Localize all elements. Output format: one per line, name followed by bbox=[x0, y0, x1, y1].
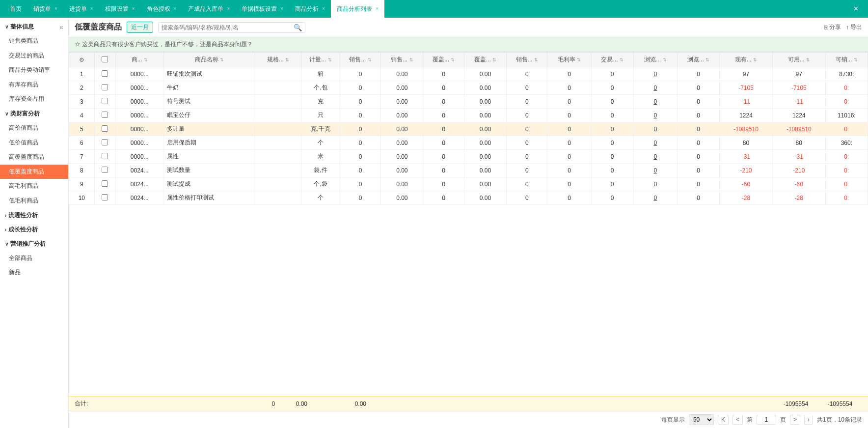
nav-product-analysis-list[interactable]: 商品分析列表 × bbox=[331, 0, 384, 18]
row-spec bbox=[255, 164, 301, 177]
row-cover1: 0 bbox=[423, 177, 464, 191]
row-browse1[interactable]: 0 bbox=[633, 81, 677, 95]
select-all-checkbox[interactable] bbox=[102, 56, 108, 62]
row-sales-amt: 0.00 bbox=[381, 177, 423, 191]
nav-close-purchase-order[interactable]: × bbox=[90, 0, 93, 18]
sidebar-item-all-goods[interactable]: 全部商品 bbox=[0, 251, 68, 266]
row-browse1[interactable]: 0 bbox=[633, 67, 677, 81]
sort-icon-16: ⇅ bbox=[854, 57, 858, 62]
nav-home[interactable]: 首页 bbox=[4, 0, 27, 18]
sidebar-item-new-goods[interactable]: 新品 bbox=[0, 265, 68, 280]
sidebar-growth-section[interactable]: › 成长性分析 bbox=[0, 223, 68, 237]
row-checkbox[interactable] bbox=[94, 164, 115, 177]
settings-icon[interactable]: ⚙ bbox=[79, 57, 84, 63]
first-page-button[interactable]: K bbox=[718, 415, 729, 425]
prev-page-button[interactable]: < bbox=[732, 415, 743, 425]
next-page-button[interactable]: > bbox=[790, 415, 800, 425]
row-idx: 7 bbox=[69, 150, 95, 164]
sidebar-item-sales-goods[interactable]: 销售类商品 bbox=[0, 34, 68, 49]
row-checkbox[interactable] bbox=[94, 150, 115, 164]
row-checkbox[interactable] bbox=[94, 191, 115, 205]
row-checkbox[interactable] bbox=[94, 177, 115, 191]
row-available-stock: -11 bbox=[772, 95, 825, 109]
nav-template-settings[interactable]: 单据模板设置 × bbox=[236, 0, 289, 18]
sidebar-item-low-value[interactable]: 低价值商品 bbox=[0, 136, 68, 150]
nav-close-product-analysis[interactable]: × bbox=[322, 0, 325, 18]
row-sales3: 0 bbox=[507, 122, 547, 136]
period-button[interactable]: 近一月 bbox=[127, 22, 153, 33]
nav-sales-order[interactable]: 销货单 × bbox=[27, 0, 63, 18]
sort-icon-4: ⇅ bbox=[328, 57, 332, 62]
row-browse1[interactable]: 0 bbox=[633, 95, 677, 109]
table-row: 5 0000... 多计量 克,千克 0 0.00 0 0.00 0 0 0 0… bbox=[69, 122, 868, 136]
data-table-container[interactable]: ⚙ 商... ⇅ 商品名称 ⇅ 规格... ⇅ bbox=[69, 52, 868, 396]
row-sales-qty: 0 bbox=[340, 164, 380, 177]
col-settings[interactable]: ⚙ bbox=[69, 53, 95, 67]
window-close-button[interactable]: × bbox=[848, 4, 864, 13]
row-browse1[interactable]: 0 bbox=[633, 136, 677, 150]
row-browse1[interactable]: 0 bbox=[633, 122, 677, 136]
sidebar-item-inventory-capital[interactable]: 库存资金占用 bbox=[0, 92, 68, 107]
sidebar-item-low-coverage[interactable]: 低覆盖度商品 bbox=[0, 165, 68, 179]
table-row: 6 0000... 启用保质期 个 0 0.00 0 0.00 0 0 0 0 … bbox=[69, 136, 868, 150]
sidebar-item-category-turnover[interactable]: 商品分类动销率 bbox=[0, 63, 68, 78]
sidebar-item-high-coverage[interactable]: 高覆盖度商品 bbox=[0, 150, 68, 165]
row-name: 眠宝公仔 bbox=[163, 109, 255, 122]
sidebar-marketing-section[interactable]: ∨ 营销推广分析 bbox=[0, 237, 68, 251]
nav-permission-settings[interactable]: 权限设置 × bbox=[99, 0, 141, 18]
nav-close-template[interactable]: × bbox=[280, 0, 283, 18]
sidebar-overall-section[interactable]: ∨ 整体信息 « bbox=[0, 20, 68, 34]
nav-product-analysis[interactable]: 商品分析 × bbox=[289, 0, 331, 18]
row-checkbox[interactable] bbox=[94, 81, 115, 95]
last-page-button[interactable]: › bbox=[804, 415, 813, 425]
row-browse1[interactable]: 0 bbox=[633, 191, 677, 205]
nav-close-permission[interactable]: × bbox=[132, 0, 135, 18]
sidebar-item-traded-goods[interactable]: 交易过的商品 bbox=[0, 49, 68, 63]
row-spec bbox=[255, 67, 301, 81]
row-code: 0000... bbox=[115, 67, 163, 81]
row-checkbox[interactable] bbox=[94, 136, 115, 150]
nav-close-sales-order[interactable]: × bbox=[54, 0, 57, 18]
nav-close-finished-goods[interactable]: × bbox=[227, 0, 230, 18]
row-browse1[interactable]: 0 bbox=[633, 164, 677, 177]
sidebar-collapse-icon[interactable]: « bbox=[59, 23, 63, 31]
sidebar-item-high-value[interactable]: 高价值商品 bbox=[0, 121, 68, 136]
row-sales3: 0 bbox=[507, 150, 547, 164]
nav-close-product-analysis-list[interactable]: × bbox=[376, 0, 379, 18]
sidebar-item-in-stock[interactable]: 有库存商品 bbox=[0, 78, 68, 92]
nav-close-role-auth[interactable]: × bbox=[174, 0, 177, 18]
row-checkbox[interactable] bbox=[94, 122, 115, 136]
row-cover1: 0 bbox=[423, 81, 464, 95]
row-name: 多计量 bbox=[163, 122, 255, 136]
row-sales-amt: 0.00 bbox=[381, 150, 423, 164]
nav-finished-goods[interactable]: 产成品入库单 × bbox=[182, 0, 236, 18]
sort-icon: ⇅ bbox=[144, 57, 148, 62]
nav-purchase-order[interactable]: 进货单 × bbox=[63, 0, 99, 18]
export-button[interactable]: ↑ 导出 bbox=[846, 23, 862, 31]
row-sellable: 0: bbox=[825, 177, 868, 191]
share-button[interactable]: ⎘ 分享 bbox=[824, 23, 841, 31]
row-browse1[interactable]: 0 bbox=[633, 109, 677, 122]
sidebar-item-high-margin[interactable]: 高毛利商品 bbox=[0, 179, 68, 194]
sidebar-category-section[interactable]: ∨ 类财富分析 bbox=[0, 107, 68, 121]
row-browse1[interactable]: 0 bbox=[633, 177, 677, 191]
row-checkbox[interactable] bbox=[94, 95, 115, 109]
nav-role-auth[interactable]: 角色授权 × bbox=[141, 0, 183, 18]
row-checkbox[interactable] bbox=[94, 109, 115, 122]
chevron-right-icon-2: › bbox=[5, 227, 6, 232]
sidebar-item-low-margin[interactable]: 低毛利商品 bbox=[0, 194, 68, 208]
sidebar-flow-section[interactable]: › 流通性分析 bbox=[0, 208, 68, 223]
col-current-stock-header: 现有... ⇅ bbox=[720, 53, 773, 67]
col-checkbox[interactable] bbox=[94, 53, 115, 67]
row-trans: 0 bbox=[591, 136, 633, 150]
page-title: 低覆盖度商品 bbox=[75, 22, 122, 32]
row-checkbox[interactable] bbox=[94, 67, 115, 81]
page-number-input[interactable] bbox=[757, 415, 776, 425]
search-input[interactable] bbox=[162, 24, 294, 31]
table-row: 1 0000... 旺铺批次测试 箱 0 0.00 0 0.00 0 0 0 0… bbox=[69, 67, 868, 81]
row-browse2: 0 bbox=[677, 95, 719, 109]
row-browse1[interactable]: 0 bbox=[633, 150, 677, 164]
sort-icon-10: ⇅ bbox=[577, 57, 581, 62]
row-cover1: 0 bbox=[423, 136, 464, 150]
per-page-select[interactable]: 50 20 100 200 bbox=[689, 414, 714, 425]
